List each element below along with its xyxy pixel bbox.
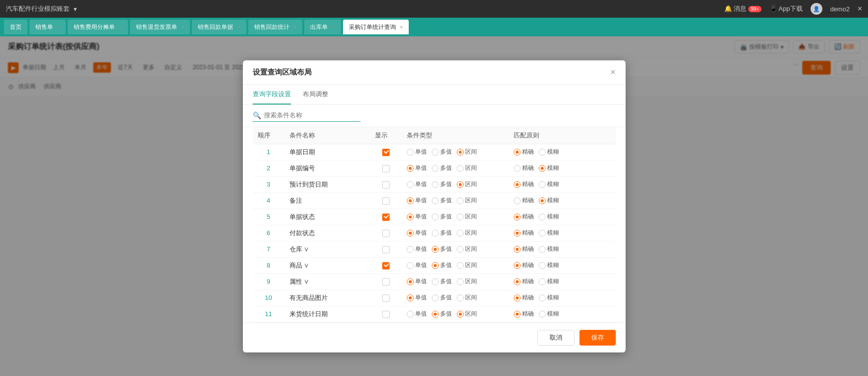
type-radio-single[interactable]: 单值 [407,245,427,253]
rule-radio-exact[interactable]: 精确 [514,229,534,237]
rule-radio-exact[interactable]: 精确 [514,310,534,318]
row-show-checkbox[interactable] [370,225,402,241]
type-radio-single[interactable]: 单值 [407,229,427,237]
rule-radio-fuzzy[interactable]: 模糊 [539,164,559,172]
rule-radio-exact[interactable]: 精确 [514,245,534,253]
type-radio-single[interactable]: 单值 [407,310,427,318]
rule-radio-exact[interactable]: 精确 [514,277,534,286]
type-radio-range[interactable]: 区间 [457,229,477,237]
tab-sales-stats[interactable]: 销售回款统计 × [248,20,302,34]
rule-radio-exact[interactable]: 精确 [514,213,534,221]
tab-sales[interactable]: 销售单 × [29,20,66,34]
show-checkbox[interactable] [382,311,390,318]
notification-btn[interactable]: 🔔 消息 99+ [724,4,762,13]
radio-btn-range [457,311,464,318]
show-checkbox[interactable] [382,278,390,286]
tab-outbound[interactable]: 出库单 × [304,20,341,34]
search-input[interactable] [264,111,357,119]
type-radio-multi[interactable]: 多值 [432,277,452,286]
type-radio-multi[interactable]: 多值 [432,245,452,253]
rule-radio-fuzzy[interactable]: 模糊 [539,277,559,286]
tab-home[interactable]: 首页 [4,20,27,34]
rule-radio-fuzzy[interactable]: 模糊 [539,310,559,318]
save-btn[interactable]: 保存 [579,330,616,346]
type-radio-range[interactable]: 区间 [457,180,477,188]
rule-radio-exact[interactable]: 精确 [514,196,534,205]
row-show-checkbox[interactable] [370,192,402,209]
type-radio-range[interactable]: 区间 [457,245,477,253]
tab-purchase-stats[interactable]: 采购订单统计查询 × [343,20,409,34]
type-radio-range[interactable]: 区间 [457,294,477,302]
tab-sales-return[interactable]: 销售退货发票单 × [130,20,190,34]
tab-sales-expense-close[interactable]: × [119,24,122,30]
rule-radio-fuzzy[interactable]: 模糊 [539,245,559,253]
type-radio-single[interactable]: 单值 [407,148,427,156]
row-show-checkbox[interactable] [370,160,402,176]
row-show-checkbox[interactable] [370,273,402,290]
row-show-checkbox[interactable] [370,241,402,257]
type-radio-single[interactable]: 单值 [407,277,427,286]
tab-sales-receipt[interactable]: 销售回款单据 × [192,20,246,34]
rule-radio-fuzzy[interactable]: 模糊 [539,213,559,221]
show-checkbox[interactable] [382,165,390,172]
show-checkbox[interactable] [382,149,390,156]
rule-radio-exact[interactable]: 精确 [514,294,534,302]
modal-tab-layout[interactable]: 布局调整 [303,85,328,105]
type-radio-range[interactable]: 区间 [457,148,477,156]
type-radio-multi[interactable]: 多值 [432,196,452,205]
user-avatar[interactable]: 👤 [811,3,822,15]
type-radio-range[interactable]: 区间 [457,213,477,221]
type-radio-range[interactable]: 区间 [457,261,477,269]
type-radio-range[interactable]: 区间 [457,164,477,172]
row-order: 4 [253,192,285,209]
type-radio-range[interactable]: 区间 [457,310,477,318]
type-radio-range[interactable]: 区间 [457,196,477,205]
rule-radio-exact[interactable]: 精确 [514,148,534,156]
row-show-checkbox[interactable] [370,144,402,160]
show-checkbox[interactable] [382,181,390,188]
type-radio-multi[interactable]: 多值 [432,148,452,156]
type-radio-single[interactable]: 单值 [407,164,427,172]
type-radio-multi[interactable]: 多值 [432,310,452,318]
rule-radio-exact[interactable]: 精确 [514,164,534,172]
type-radio-multi[interactable]: 多值 [432,261,452,269]
show-checkbox[interactable] [382,295,390,302]
rule-radio-fuzzy[interactable]: 模糊 [539,294,559,302]
type-radio-single[interactable]: 单值 [407,294,427,302]
rule-radio-exact[interactable]: 精确 [514,180,534,188]
type-radio-multi[interactable]: 多值 [432,294,452,302]
rule-radio-fuzzy[interactable]: 模糊 [539,180,559,188]
type-radio-multi[interactable]: 多值 [432,229,452,237]
modal-tab-fields[interactable]: 查询字段设置 [253,85,291,105]
rule-radio-fuzzy[interactable]: 模糊 [539,148,559,156]
top-close-btn[interactable]: × [858,4,862,13]
rule-radio-exact[interactable]: 精确 [514,261,534,269]
rule-radio-fuzzy[interactable]: 模糊 [539,261,559,269]
type-radio-single[interactable]: 单值 [407,213,427,221]
show-checkbox[interactable] [382,214,390,221]
type-radio-multi[interactable]: 多值 [432,164,452,172]
row-show-checkbox[interactable] [370,257,402,273]
tab-sales-expense[interactable]: 销售费用分摊单 × [68,20,128,34]
show-checkbox[interactable] [382,246,390,253]
type-radio-single[interactable]: 单值 [407,180,427,188]
rule-radio-fuzzy[interactable]: 模糊 [539,196,559,205]
type-radio-range[interactable]: 区间 [457,277,477,286]
rule-radio-fuzzy[interactable]: 模糊 [539,229,559,237]
tab-sales-close[interactable]: × [57,24,60,30]
app-download-btn[interactable]: 📱 App下载 [769,4,803,13]
show-checkbox[interactable] [382,230,390,237]
row-show-checkbox[interactable] [370,209,402,225]
type-radio-single[interactable]: 单值 [407,196,427,205]
type-radio-multi[interactable]: 多值 [432,180,452,188]
row-show-checkbox[interactable] [370,176,402,192]
row-order: 5 [253,209,285,225]
show-checkbox[interactable] [382,262,390,269]
cancel-btn[interactable]: 取消 [537,330,575,346]
type-radio-multi[interactable]: 多值 [432,213,452,221]
modal-close-btn[interactable]: × [610,67,616,78]
row-show-checkbox[interactable] [370,290,402,306]
show-checkbox[interactable] [382,197,390,205]
row-show-checkbox[interactable] [370,306,402,322]
type-radio-single[interactable]: 单值 [407,261,427,269]
